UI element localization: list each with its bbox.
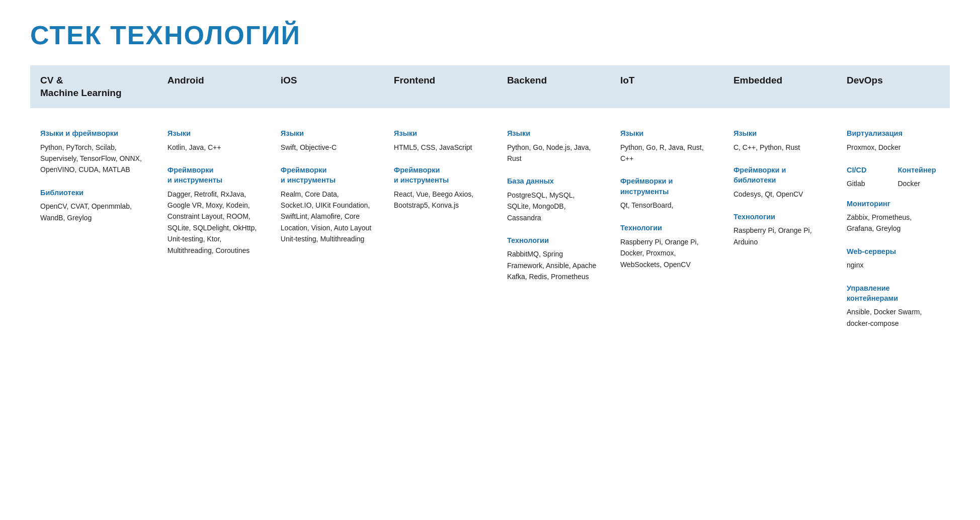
devops-webservers-section: Web-серверы nginx	[847, 246, 940, 271]
backend-languages-section: Языки Python, Go, Node.js, Java, Rust	[507, 128, 600, 164]
col-frontend: Языки HTML5, CSS, JavaScript Фреймворкии…	[384, 128, 497, 223]
devops-cicd-item: CI/CD Gitlab	[847, 165, 889, 190]
frontend-frameworks-title: Фреймворкии инструменты	[394, 165, 487, 186]
devops-webservers-body: nginx	[847, 259, 940, 271]
devops-webservers-title: Web-серверы	[847, 246, 940, 256]
devops-virt-body: Proxmox, Docker	[847, 142, 940, 153]
devops-virt-section: Виртуализация Proxmox, Docker	[847, 128, 940, 153]
page-title: СТЕК ТЕХНОЛОГИЙ	[30, 20, 950, 50]
android-languages-body: Kotlin, Java, C++	[168, 142, 261, 153]
devops-container-title: Контейнер	[897, 165, 940, 175]
ios-languages-body: Swift, Objective-C	[281, 142, 374, 153]
android-frameworks-body: Dagger, Retrofit, RxJava, Google VR, Mox…	[168, 189, 261, 256]
iot-tech-section: Технологии Raspberry Pi, Orange Pi, Dock…	[620, 223, 713, 270]
iot-frameworks-title: Фреймворки иинструменты	[620, 176, 713, 197]
devops-containers-mgmt-section: Управлениеконтейнерами Ansible, Docker S…	[847, 283, 940, 329]
android-frameworks-section: Фреймворкии инструменты Dagger, Retrofit…	[168, 165, 261, 256]
embedded-frameworks-section: Фреймворки ибиблиотеки Codesys, Qt, Open…	[733, 165, 827, 200]
frontend-frameworks-body: React, Vue, Beego Axios, Bootstrap5, Kon…	[394, 189, 487, 211]
devops-container-body: Docker	[897, 178, 940, 189]
android-languages-section: Языки Kotlin, Java, C++	[168, 128, 261, 153]
ios-frameworks-section: Фреймворкии инструменты Realm, Core Data…	[281, 165, 374, 245]
col-iot: Языки Python, Go, R, Java, Rust, C++ Фре…	[610, 128, 723, 282]
columns-row: Языки и фреймворки Python, PyTorch, Scil…	[30, 128, 950, 341]
devops-containers-mgmt-body: Ansible, Docker Swarm, docker-compose	[847, 306, 940, 329]
embedded-languages-title: Языки	[733, 128, 827, 138]
iot-languages-title: Языки	[620, 128, 713, 138]
cv-ml-languages-body: Python, PyTorch, Scilab, Supervisely, Te…	[40, 142, 147, 176]
header-android: Android	[157, 74, 271, 99]
devops-container-item: Контейнер Docker	[897, 165, 940, 190]
iot-languages-body: Python, Go, R, Java, Rust, C++	[620, 142, 713, 164]
backend-tech-section: Технологии RabbitMQ, Spring Framework, A…	[507, 235, 600, 282]
col-android: Языки Kotlin, Java, C++ Фреймворкии инст…	[157, 128, 271, 268]
devops-cicd-title: CI/CD	[847, 165, 889, 175]
embedded-tech-section: Технологии Raspberry Pi, Orange Pi, Ardu…	[733, 212, 827, 247]
header-frontend: Frontend	[384, 74, 497, 99]
iot-frameworks-section: Фреймворки иинструменты Qt, TensorBoard,	[620, 176, 713, 211]
cv-ml-libs-title: Библиотеки	[40, 188, 147, 198]
embedded-frameworks-body: Codesys, Qt, OpenCV	[733, 189, 827, 200]
backend-tech-body: RabbitMQ, Spring Framework, Ansible, Apa…	[507, 248, 600, 282]
android-languages-title: Языки	[168, 128, 261, 138]
ios-languages-section: Языки Swift, Objective-C	[281, 128, 374, 153]
embedded-frameworks-title: Фреймворки ибиблиотеки	[733, 165, 827, 186]
iot-frameworks-body: Qt, TensorBoard,	[620, 200, 713, 211]
backend-languages-body: Python, Go, Node.js, Java, Rust	[507, 142, 600, 164]
frontend-languages-body: HTML5, CSS, JavaScript	[394, 142, 487, 153]
frontend-languages-section: Языки HTML5, CSS, JavaScript	[394, 128, 487, 153]
iot-tech-title: Технологии	[620, 223, 713, 233]
header-embedded: Embedded	[723, 74, 837, 99]
cv-ml-libs-body: OpenCV, CVAT, Openmmlab, WandB, Greylog	[40, 201, 147, 223]
embedded-tech-body: Raspberry Pi, Orange Pi, Arduino	[733, 225, 827, 247]
backend-db-body: PostgreSQL, MySQL, SQLite, MongoDB, Cass…	[507, 190, 600, 223]
col-cv-ml: Языки и фреймворки Python, PyTorch, Scil…	[30, 128, 157, 235]
col-ios: Языки Swift, Objective-C Фреймворкии инс…	[271, 128, 384, 256]
embedded-languages-section: Языки C, C++, Python, Rust	[733, 128, 827, 153]
cv-ml-languages-section: Языки и фреймворки Python, PyTorch, Scil…	[40, 128, 147, 175]
frontend-frameworks-section: Фреймворкии инструменты React, Vue, Beeg…	[394, 165, 487, 211]
devops-cicd-container-row: CI/CD Gitlab Контейнер Docker	[847, 165, 940, 190]
header-iot: IoT	[610, 74, 723, 99]
cv-ml-languages-title: Языки и фреймворки	[40, 128, 147, 138]
header-backend: Backend	[497, 74, 610, 99]
ios-languages-title: Языки	[281, 128, 374, 138]
devops-cicd-body: Gitlab	[847, 178, 889, 189]
backend-languages-title: Языки	[507, 128, 600, 138]
header-row: CV &Machine Learning Android iOS Fronten…	[30, 65, 950, 108]
iot-tech-body: Raspberry Pi, Orange Pi, Docker, Proxmox…	[620, 236, 713, 270]
backend-db-section: База данных PostgreSQL, MySQL, SQLite, M…	[507, 176, 600, 223]
backend-db-title: База данных	[507, 176, 600, 186]
embedded-languages-body: C, C++, Python, Rust	[733, 142, 827, 153]
col-backend: Языки Python, Go, Node.js, Java, Rust Ба…	[497, 128, 610, 294]
devops-containers-mgmt-title: Управлениеконтейнерами	[847, 283, 940, 304]
header-cv-ml: CV &Machine Learning	[30, 74, 157, 99]
iot-languages-section: Языки Python, Go, R, Java, Rust, C++	[620, 128, 713, 164]
devops-virt-title: Виртуализация	[847, 128, 940, 138]
col-devops: Виртуализация Proxmox, Docker CI/CD Gitl…	[837, 128, 950, 341]
col-embedded: Языки C, C++, Python, Rust Фреймворки иб…	[723, 128, 837, 259]
devops-monitoring-title: Мониторинг	[847, 199, 940, 209]
ios-frameworks-title: Фреймворкии инструменты	[281, 165, 374, 186]
frontend-languages-title: Языки	[394, 128, 487, 138]
devops-monitoring-body: Zabbix, Prometheus, Grafana, Greylog	[847, 212, 940, 234]
embedded-tech-title: Технологии	[733, 212, 827, 222]
backend-tech-title: Технологии	[507, 235, 600, 245]
header-devops: DevOps	[837, 74, 950, 99]
header-ios: iOS	[271, 74, 384, 99]
ios-frameworks-body: Realm, Core Data, Socket.IO, UIKit Found…	[281, 189, 374, 245]
devops-monitoring-section: Мониторинг Zabbix, Prometheus, Grafana, …	[847, 199, 940, 234]
android-frameworks-title: Фреймворкии инструменты	[168, 165, 261, 186]
cv-ml-libs-section: Библиотеки OpenCV, CVAT, Openmmlab, Wand…	[40, 188, 147, 223]
